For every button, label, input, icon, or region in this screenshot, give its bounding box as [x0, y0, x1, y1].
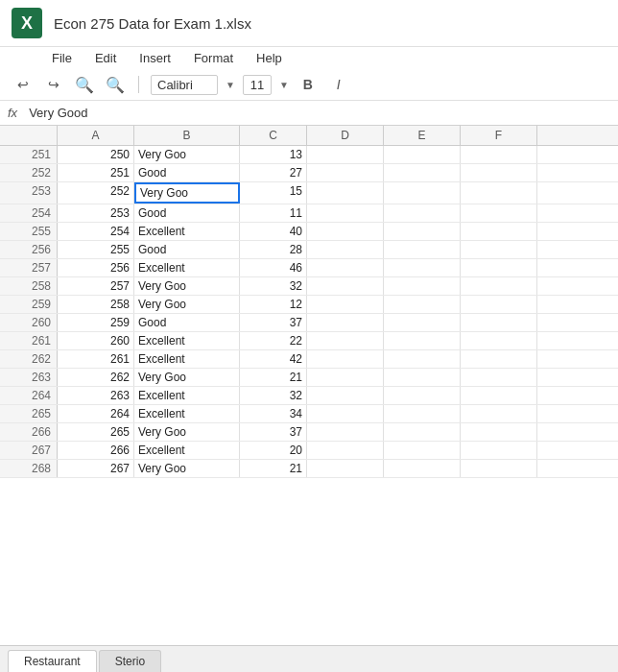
cell-d[interactable]: [307, 387, 384, 404]
cell-e[interactable]: [384, 387, 461, 404]
cell-f[interactable]: [461, 182, 537, 204]
italic-button[interactable]: I: [327, 73, 350, 96]
cell-d[interactable]: [307, 296, 384, 313]
col-header-a[interactable]: A: [58, 126, 134, 145]
cell-d[interactable]: [307, 164, 384, 181]
cell-a[interactable]: 253: [58, 204, 134, 222]
sheet-tab-sterio[interactable]: Sterio: [99, 650, 161, 672]
cell-b[interactable]: Excellent: [134, 442, 240, 459]
cell-e[interactable]: [384, 277, 461, 295]
cell-a[interactable]: 266: [58, 442, 134, 459]
cell-b[interactable]: Good: [134, 314, 240, 331]
cell-c[interactable]: 21: [240, 460, 307, 477]
cell-f[interactable]: [461, 332, 537, 349]
cell-a[interactable]: 264: [58, 405, 134, 422]
col-header-b[interactable]: B: [134, 126, 240, 145]
font-name-selector[interactable]: Calibri: [151, 75, 218, 95]
table-row[interactable]: 256255Good28: [0, 241, 618, 259]
menu-file[interactable]: File: [48, 49, 76, 67]
cell-d[interactable]: [307, 146, 384, 163]
table-row[interactable]: 265264Excellent34: [0, 405, 618, 423]
cell-e[interactable]: [384, 182, 461, 204]
cell-c[interactable]: 28: [240, 241, 307, 258]
cell-c[interactable]: 46: [240, 259, 307, 276]
cell-b[interactable]: Good: [134, 241, 240, 258]
cell-b[interactable]: Excellent: [134, 405, 240, 422]
cell-c[interactable]: 42: [240, 350, 307, 368]
cell-e[interactable]: [384, 164, 461, 181]
cell-a[interactable]: 258: [58, 296, 134, 313]
cell-a[interactable]: 252: [58, 182, 134, 204]
cell-d[interactable]: [307, 182, 384, 204]
table-row[interactable]: 268267Very Goo21: [0, 460, 618, 478]
sheet-tab-restaurant[interactable]: Restaurant: [8, 650, 97, 672]
table-row[interactable]: 260259Good37: [0, 314, 618, 332]
cell-b[interactable]: Excellent: [134, 332, 240, 349]
cell-e[interactable]: [384, 405, 461, 422]
cell-e[interactable]: [384, 259, 461, 276]
cell-b[interactable]: Very Goo: [134, 182, 240, 204]
cell-f[interactable]: [461, 405, 537, 422]
cell-a[interactable]: 262: [58, 369, 134, 386]
col-header-f[interactable]: F: [461, 126, 537, 145]
table-row[interactable]: 252251Good27: [0, 164, 618, 182]
zoom-in-button[interactable]: 🔍: [73, 73, 96, 96]
table-row[interactable]: 258257Very Goo32: [0, 277, 618, 296]
table-row[interactable]: 267266Excellent20: [0, 442, 618, 460]
cell-a[interactable]: 254: [58, 223, 134, 240]
cell-a[interactable]: 256: [58, 259, 134, 276]
cell-e[interactable]: [384, 332, 461, 349]
cell-d[interactable]: [307, 204, 384, 222]
cell-f[interactable]: [461, 442, 537, 459]
cell-b[interactable]: Very Goo: [134, 460, 240, 477]
cell-f[interactable]: [461, 204, 537, 222]
cell-b[interactable]: Good: [134, 164, 240, 181]
cell-b[interactable]: Very Goo: [134, 277, 240, 295]
cell-f[interactable]: [461, 223, 537, 240]
cell-a[interactable]: 267: [58, 460, 134, 477]
cell-a[interactable]: 255: [58, 241, 134, 258]
cell-a[interactable]: 259: [58, 314, 134, 331]
menu-format[interactable]: Format: [190, 49, 237, 67]
cell-e[interactable]: [384, 369, 461, 386]
col-header-d[interactable]: D: [307, 126, 384, 145]
cell-e[interactable]: [384, 204, 461, 222]
cell-f[interactable]: [461, 241, 537, 258]
formula-input[interactable]: [25, 104, 610, 122]
table-row[interactable]: 262261Excellent42: [0, 350, 618, 369]
cell-d[interactable]: [307, 442, 384, 459]
cell-d[interactable]: [307, 241, 384, 258]
cell-b[interactable]: Good: [134, 204, 240, 222]
cell-c[interactable]: 12: [240, 296, 307, 313]
table-row[interactable]: 251250Very Goo13: [0, 146, 618, 164]
cell-a[interactable]: 257: [58, 277, 134, 295]
cell-c[interactable]: 20: [240, 442, 307, 459]
cell-b[interactable]: Excellent: [134, 350, 240, 368]
cell-d[interactable]: [307, 460, 384, 477]
cell-f[interactable]: [461, 350, 537, 368]
font-name-dropdown-arrow[interactable]: ▼: [226, 80, 235, 90]
cell-d[interactable]: [307, 350, 384, 368]
font-size-dropdown-arrow[interactable]: ▼: [279, 80, 289, 90]
cell-e[interactable]: [384, 146, 461, 163]
cell-c[interactable]: 22: [240, 332, 307, 349]
cell-a[interactable]: 265: [58, 423, 134, 441]
cell-b[interactable]: Excellent: [134, 223, 240, 240]
cell-e[interactable]: [384, 350, 461, 368]
cell-f[interactable]: [461, 259, 537, 276]
cell-e[interactable]: [384, 223, 461, 240]
cell-b[interactable]: Very Goo: [134, 146, 240, 163]
cell-d[interactable]: [307, 423, 384, 441]
cell-d[interactable]: [307, 223, 384, 240]
cell-d[interactable]: [307, 259, 384, 276]
table-row[interactable]: 257256Excellent46: [0, 259, 618, 277]
table-row[interactable]: 261260Excellent22: [0, 332, 618, 350]
cell-b[interactable]: Very Goo: [134, 369, 240, 386]
cell-f[interactable]: [461, 460, 537, 477]
cell-e[interactable]: [384, 460, 461, 477]
table-row[interactable]: 259258Very Goo12: [0, 296, 618, 314]
cell-a[interactable]: 261: [58, 350, 134, 368]
cell-d[interactable]: [307, 405, 384, 422]
cell-d[interactable]: [307, 277, 384, 295]
cell-f[interactable]: [461, 164, 537, 181]
